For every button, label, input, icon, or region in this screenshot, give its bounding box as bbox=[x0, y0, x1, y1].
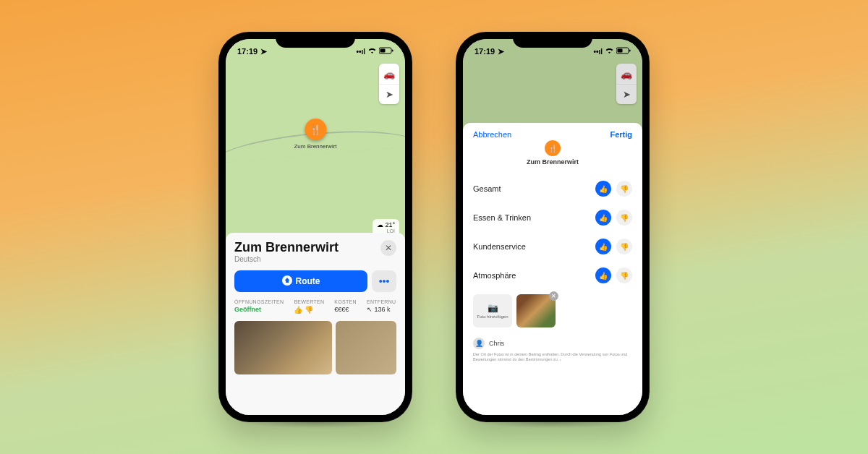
phone-shadow bbox=[475, 416, 630, 428]
disclaimer-text[interactable]: Der Ort der Fotos ist in deinem Beitrag … bbox=[473, 352, 632, 362]
signal-icon: ••ıl bbox=[593, 48, 603, 56]
map-controls: 🚗 ➤ bbox=[616, 64, 637, 104]
rating-label: Kundenservice bbox=[473, 242, 526, 251]
avatar: 👤 bbox=[473, 338, 485, 349]
cost-col[interactable]: KOSTEN €€€€ bbox=[334, 299, 357, 314]
rating-row-service: Kundenservice 👍 👎 bbox=[473, 232, 632, 261]
svg-rect-1 bbox=[380, 49, 386, 53]
rate-label: BEWERTEN bbox=[294, 299, 324, 304]
thumb-down-icon[interactable]: 👎 bbox=[305, 306, 313, 314]
svg-rect-2 bbox=[392, 50, 393, 52]
rate-col[interactable]: BEWERTEN 👍 👎 bbox=[294, 299, 324, 314]
rate-thumbs: 👍 👎 bbox=[294, 306, 324, 314]
phone-shadow bbox=[238, 416, 393, 428]
status-indicators: ••ıl bbox=[356, 47, 393, 56]
photo-strip[interactable] bbox=[234, 321, 396, 374]
time-text: 17:19 bbox=[475, 47, 495, 56]
more-button[interactable]: ••• bbox=[372, 270, 396, 292]
rating-row-gesamt: Gesamt 👍 👎 bbox=[473, 174, 632, 203]
rating-label: Essen & Trinken bbox=[473, 213, 531, 222]
status-indicators: ••ıl bbox=[593, 47, 631, 56]
battery-icon bbox=[379, 47, 393, 56]
restaurant-icon: 🍴 bbox=[545, 140, 561, 156]
camera-icon: 📷 bbox=[488, 303, 498, 313]
map-area[interactable]: 🍴 Zum Brennerwirt 🚗 ➤ ☁ 21° LQI bbox=[226, 39, 405, 241]
user-name: Chris bbox=[489, 340, 504, 347]
rating-row-essen: Essen & Trinken 👍 👎 bbox=[473, 203, 632, 232]
wifi-icon bbox=[367, 47, 377, 56]
action-row: Route ••• bbox=[234, 270, 396, 292]
review-header: Abbrechen Fertig bbox=[473, 130, 632, 139]
thumb-up-button[interactable]: 👍 bbox=[595, 210, 611, 226]
thumb-up-button[interactable]: 👍 bbox=[595, 181, 611, 197]
locate-button[interactable]: ➤ bbox=[379, 84, 399, 104]
notch bbox=[276, 32, 355, 48]
notch bbox=[513, 32, 592, 48]
rating-label: Gesamt bbox=[473, 184, 501, 193]
place-card: Zum Brennerwirt Deutsch ✕ Route ••• bbox=[226, 233, 405, 415]
driving-mode-button[interactable]: 🚗 bbox=[379, 64, 399, 84]
rating-controls: 👍 👎 bbox=[595, 267, 632, 283]
thumb-down-button[interactable]: 👎 bbox=[616, 181, 632, 197]
hours-col[interactable]: ÖFFNUNGSZEITEN Geöffnet bbox=[234, 299, 284, 314]
rating-controls: 👍 👎 bbox=[595, 181, 632, 197]
info-strip: ÖFFNUNGSZEITEN Geöffnet BEWERTEN 👍 👎 KOS… bbox=[234, 299, 396, 314]
user-row: 👤 Chris bbox=[473, 338, 632, 349]
photo-1[interactable] bbox=[234, 321, 332, 374]
thumb-up-button[interactable]: 👍 bbox=[595, 267, 611, 283]
review-title-block: 🍴 Zum Brennerwirt bbox=[473, 140, 632, 166]
rating-row-atmosphere: Atmosphäre 👍 👎 bbox=[473, 261, 632, 290]
time-text: 17:19 bbox=[237, 47, 258, 56]
rating-label: Atmosphäre bbox=[473, 271, 516, 280]
driving-mode-button[interactable]: 🚗 bbox=[616, 64, 637, 84]
wifi-icon bbox=[605, 47, 614, 56]
weather-temp: ☁ 21° bbox=[377, 221, 395, 228]
map-controls: 🚗 ➤ bbox=[379, 64, 399, 104]
rating-controls: 👍 👎 bbox=[595, 239, 632, 254]
directions-icon bbox=[282, 275, 292, 288]
cost-value: €€€€ bbox=[334, 306, 357, 313]
screen-left: 17:19 ➤ ••ıl 🍴 Zum Brennerwirt 🚗 bbox=[226, 39, 405, 415]
svg-rect-6 bbox=[629, 50, 631, 52]
attached-photo[interactable] bbox=[516, 294, 556, 327]
thumb-up-icon[interactable]: 👍 bbox=[294, 306, 302, 314]
restaurant-icon: 🍴 bbox=[305, 119, 326, 140]
status-time: 17:19 ➤ bbox=[237, 47, 267, 56]
close-button[interactable]: ✕ bbox=[380, 240, 396, 256]
hours-value: Geöffnet bbox=[234, 306, 284, 313]
map-pin[interactable]: 🍴 Zum Brennerwirt bbox=[294, 119, 336, 150]
add-photo-label: Foto hinzufügen bbox=[477, 314, 508, 319]
done-button[interactable]: Fertig bbox=[610, 130, 632, 139]
thumb-up-button[interactable]: 👍 bbox=[595, 239, 611, 254]
close-icon: ✕ bbox=[385, 243, 392, 253]
add-photo-button[interactable]: 📷 Foto hinzufügen bbox=[473, 294, 512, 327]
signal-icon: ••ıl bbox=[356, 48, 365, 56]
locate-button[interactable]: ➤ bbox=[616, 84, 637, 104]
route-button[interactable]: Route bbox=[234, 270, 367, 292]
thumb-down-button[interactable]: 👎 bbox=[616, 239, 632, 254]
cancel-button[interactable]: Abbrechen bbox=[473, 130, 511, 139]
phone-left: 17:19 ➤ ••ıl 🍴 Zum Brennerwirt 🚗 bbox=[218, 32, 412, 422]
review-photo-row: 📷 Foto hinzufügen bbox=[473, 294, 632, 327]
place-subtitle: Deutsch bbox=[234, 255, 339, 263]
place-header: Zum Brennerwirt Deutsch ✕ bbox=[234, 240, 396, 263]
photo-2[interactable] bbox=[336, 321, 396, 374]
phone-right: 17:19 ➤ ••ıl 🚗 ➤ Abbrechen Fe bbox=[456, 32, 650, 422]
location-icon: ➤ bbox=[260, 47, 267, 56]
rating-controls: 👍 👎 bbox=[595, 210, 632, 226]
distance-value: ↖ 136 k bbox=[367, 306, 396, 313]
thumb-down-button[interactable]: 👎 bbox=[616, 267, 632, 283]
distance-col[interactable]: ENTFERNU ↖ 136 k bbox=[367, 299, 396, 314]
review-place: Zum Brennerwirt bbox=[473, 158, 632, 166]
rating-list: Gesamt 👍 👎 Essen & Trinken 👍 👎 Kundenser… bbox=[473, 174, 632, 290]
hours-label: ÖFFNUNGSZEITEN bbox=[234, 299, 284, 304]
svg-rect-5 bbox=[618, 49, 623, 53]
cost-label: KOSTEN bbox=[334, 299, 357, 304]
distance-label: ENTFERNU bbox=[367, 299, 396, 304]
more-icon: ••• bbox=[379, 275, 390, 287]
screen-right: 17:19 ➤ ••ıl 🚗 ➤ Abbrechen Fe bbox=[463, 39, 642, 415]
battery-icon bbox=[616, 47, 631, 56]
place-title: Zum Brennerwirt bbox=[234, 240, 339, 255]
thumb-down-button[interactable]: 👎 bbox=[616, 210, 632, 226]
status-time: 17:19 ➤ bbox=[475, 47, 504, 56]
